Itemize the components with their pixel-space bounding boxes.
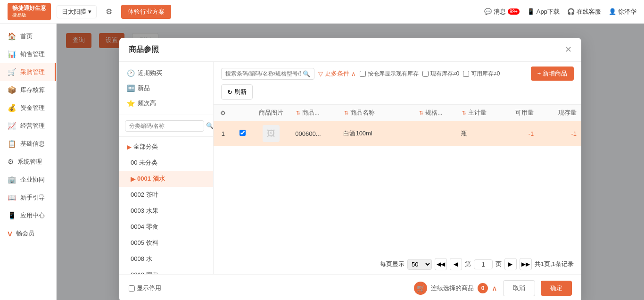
page-input[interactable] (474, 259, 493, 269)
category-tea[interactable]: 0002 茶叶 (119, 187, 213, 203)
category-snack[interactable]: 0004 零食 (119, 219, 213, 235)
category-liquor[interactable]: ▶ 0001 酒水 (119, 171, 213, 187)
logo-text: 畅捷通好生意 (12, 5, 46, 11)
clock-icon: 🕐 (127, 69, 135, 77)
nav-dropdown[interactable]: 日太阳膜 ▾ (57, 5, 97, 18)
customer-service-label: 在线客服 (577, 8, 601, 16)
notifications[interactable]: 💬 消息 99+ (484, 8, 520, 16)
sidebar-item-inventory[interactable]: 📦 库存核算 (0, 81, 56, 99)
prev-page-button[interactable]: ◀ (450, 258, 462, 270)
shortcut-new[interactable]: 🆕 新品 (119, 81, 213, 96)
category-water[interactable]: 0008 水 (119, 251, 213, 267)
th-image-label: 商品图片 (259, 109, 283, 116)
refresh-button[interactable]: ↻ 刷新 (221, 84, 253, 100)
avatar-icon: 👤 (609, 8, 616, 15)
bell-icon: 💬 (484, 8, 492, 15)
guide-icon: 📖 (8, 193, 17, 202)
sidebar-item-home[interactable]: 🏠 首页 (0, 27, 56, 45)
user-avatar[interactable]: 👤 徐泽华 (609, 8, 636, 16)
customer-service[interactable]: 🎧 在线客服 (567, 8, 601, 16)
nav-right: 💬 消息 99+ 📱 App下载 🎧 在线客服 👤 徐泽华 (484, 8, 636, 16)
th-spec[interactable]: ⇅ 规格... (413, 105, 456, 121)
category-uncategorized[interactable]: 00 未分类 (119, 155, 213, 171)
sales-icon: 📊 (8, 50, 17, 58)
sidebar-item-purchase[interactable]: 🛒 采购管理 (0, 63, 56, 81)
sidebar-item-operations[interactable]: 📈 经营管理 (0, 117, 56, 135)
notification-label: 消息 (494, 8, 506, 16)
show-disabled-checkbox[interactable] (129, 285, 135, 292)
next-page-button[interactable]: ▶ (504, 258, 517, 270)
product-search-input[interactable] (225, 70, 301, 77)
row-spec (413, 121, 456, 146)
th-settings[interactable]: ⚙ (214, 105, 233, 121)
last-page-button[interactable]: ▶▶ (520, 258, 532, 270)
sidebar-item-member[interactable]: V 畅会员 (0, 225, 56, 242)
settings-icon[interactable]: ⚙ (102, 5, 116, 18)
sidebar-item-guide[interactable]: 📖 新手引导 (0, 189, 56, 207)
headset-icon: 🎧 (567, 8, 575, 15)
warehouse-checkbox[interactable] (360, 71, 366, 77)
table-row[interactable]: 1 🖼 00 (214, 121, 581, 146)
sidebar-item-sales-label: 销售管理 (20, 50, 45, 58)
experience-button[interactable]: 体验行业方案 (121, 5, 171, 19)
sidebar-item-apps-label: 应用中心 (20, 211, 45, 220)
confirm-button[interactable]: 确定 (541, 281, 572, 296)
shortcut-recent[interactable]: 🕐 近期购买 (119, 66, 213, 81)
add-product-button[interactable]: + 新增商品 (531, 67, 574, 81)
product-image-placeholder: 🖼 (263, 125, 280, 142)
category-search-input[interactable] (125, 120, 204, 132)
th-unit[interactable]: ⇅ 主计量 (456, 105, 496, 121)
star-icon: ⭐ (127, 100, 135, 107)
category-beverage-label: 0005 饮料 (131, 239, 158, 247)
category-fruit[interactable]: 0003 水果 (119, 203, 213, 219)
sidebar-item-sales[interactable]: 📊 销售管理 (0, 45, 56, 63)
modal-header: 商品参照 ✕ (119, 38, 581, 62)
modal-body: 🕐 近期购买 🆕 新品 ⭐ 频次高 (119, 62, 581, 274)
logo[interactable]: 畅捷通好生意 捷易版 (8, 3, 51, 20)
category-appliance-label: 0010 家电 (131, 271, 158, 274)
sidebar-item-enterprise-label: 企业协同 (20, 175, 45, 184)
category-all[interactable]: ▶ 全部分类 (119, 139, 213, 155)
collapse-cart-button[interactable]: ∧ (492, 284, 497, 293)
sidebar-item-apps[interactable]: 📱 应用中心 (0, 207, 56, 225)
th-image: 商品图片 (252, 105, 291, 121)
sort-name-icon: ⇅ (344, 110, 348, 116)
sidebar-item-enterprise[interactable]: 🏢 企业协同 (0, 171, 56, 189)
app-download[interactable]: 📱 App下载 (527, 8, 560, 16)
product-search-icon[interactable]: 🔍 (303, 70, 310, 77)
stock-nonzero-checkbox[interactable] (422, 71, 429, 77)
modal-footer: 显示停用 🛒 连续选择的商品 0 ∧ 取消 确定 (119, 274, 581, 300)
sidebar-item-basic[interactable]: 📋 基础信息 (0, 135, 56, 153)
row-check[interactable] (233, 121, 252, 146)
shortcut-frequent[interactable]: ⭐ 频次高 (119, 96, 213, 111)
modal-close-button[interactable]: ✕ (565, 44, 572, 55)
row-checkbox[interactable] (239, 130, 246, 136)
category-fruit-label: 0003 水果 (131, 207, 158, 215)
category-beverage[interactable]: 0005 饮料 (119, 235, 213, 251)
avail-nonzero-checkbox[interactable] (463, 71, 469, 77)
main-layout: 🏠 首页 📊 销售管理 🛒 采购管理 📦 库存核算 💰 资金管理 📈 经营管理 … (0, 24, 644, 300)
th-name[interactable]: ⇅ 商品名称 (339, 105, 413, 121)
new-icon: 🆕 (127, 84, 135, 92)
product-search-box: 🔍 (221, 68, 314, 80)
category-appliance[interactable]: 0010 家电 (119, 267, 213, 274)
first-page-button[interactable]: ◀◀ (435, 258, 447, 270)
category-panel: 🕐 近期购买 🆕 新品 ⭐ 频次高 (119, 62, 214, 274)
sidebar-item-purchase-label: 采购管理 (20, 68, 45, 76)
top-nav: 畅捷通好生意 捷易版 日太阳膜 ▾ ⚙ 体验行业方案 💬 消息 99+ 📱 Ap… (0, 0, 644, 24)
filter-button[interactable]: ▽ 更多条件 ∧ (318, 69, 356, 78)
th-spec-label: 规格... (425, 109, 443, 116)
stock-nonzero-filter: 现有库存≠0 (422, 70, 459, 78)
sidebar-item-system[interactable]: ⚙ 系统管理 (0, 153, 56, 171)
cancel-button[interactable]: 取消 (503, 280, 535, 296)
row-stock: -1 (538, 121, 581, 146)
category-search-icon[interactable]: 🔍 (206, 122, 214, 129)
per-page-select[interactable]: 50 20 100 (407, 259, 432, 270)
modal-title: 商品参照 (129, 45, 159, 55)
th-code[interactable]: ⇅ 商品... (290, 105, 339, 121)
sidebar-item-home-label: 首页 (20, 32, 33, 41)
content-area: 查询 设置 刷新 商品参照 ✕ (57, 24, 644, 300)
sidebar-item-finance[interactable]: 💰 资金管理 (0, 99, 56, 117)
shortcut-frequent-label: 频次高 (138, 99, 156, 108)
cart-icon[interactable]: 🛒 (414, 282, 427, 295)
